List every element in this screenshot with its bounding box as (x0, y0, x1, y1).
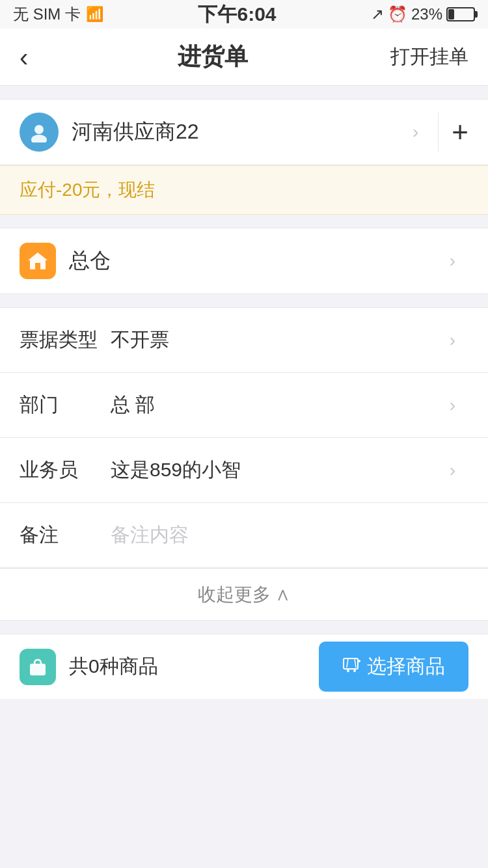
svg-rect-5 (30, 664, 46, 675)
gap2 (0, 215, 488, 228)
svg-point-1 (31, 135, 47, 142)
svg-line-8 (355, 658, 356, 668)
open-pending-button[interactable]: 打开挂单 (390, 44, 468, 70)
department-value: 总 部 (98, 392, 450, 418)
supplier-row[interactable]: 河南供应商22 › + (0, 100, 488, 165)
svg-marker-2 (28, 252, 47, 260)
status-right: ↗ ⏰ 23% (371, 5, 475, 23)
svg-point-10 (353, 670, 356, 672)
status-bar: 无 SIM 卡 📶 下午6:04 ↗ ⏰ 23% (0, 0, 488, 29)
status-time: 下午6:04 (198, 1, 276, 28)
status-left: 无 SIM 卡 📶 (13, 4, 103, 25)
collapse-label: 收起更多 ∧ (198, 582, 291, 607)
user-icon (29, 122, 49, 142)
svg-rect-4 (35, 263, 40, 269)
product-count-label: 共0种商品 (69, 653, 319, 680)
warehouse-section: 总仓 › (0, 228, 488, 294)
battery-percent: 23% (411, 5, 442, 23)
collapse-button[interactable]: 收起更多 ∧ (0, 568, 488, 620)
salesperson-label: 业务员 (20, 457, 98, 483)
alarm-icon: ⏰ (388, 5, 407, 23)
warehouse-chevron-icon: › (450, 251, 455, 271)
wifi-icon: 📶 (86, 6, 103, 23)
form-section: 票据类型 不开票 › 部门 总 部 › 业务员 这是859的小智 › 备注 备注… (0, 307, 488, 621)
select-product-button[interactable]: 选择商品 (319, 642, 468, 692)
invoice-type-label: 票据类型 (20, 327, 98, 353)
cart-svg (342, 656, 360, 673)
nav-bar: ‹ 进货单 打开挂单 (0, 29, 488, 86)
cart-icon (342, 656, 360, 677)
notice-banner: 应付-20元，现结 (0, 165, 488, 215)
invoice-type-row[interactable]: 票据类型 不开票 › (0, 308, 488, 373)
salesperson-chevron-icon: › (450, 460, 455, 481)
gap3 (0, 294, 488, 307)
house-icon (27, 251, 49, 271)
remarks-input[interactable]: 备注内容 (98, 522, 468, 549)
warehouse-icon (20, 243, 56, 279)
warehouse-row[interactable]: 总仓 › (0, 228, 488, 293)
remarks-label: 备注 (20, 522, 98, 549)
product-bar: 共0种商品 选择商品 (0, 634, 488, 699)
svg-line-7 (347, 658, 348, 668)
department-chevron-icon: › (450, 395, 455, 416)
invoice-type-value: 不开票 (98, 327, 450, 353)
divider (438, 113, 439, 152)
supplier-chevron-icon: › (413, 122, 418, 142)
location-icon: ↗ (371, 5, 384, 23)
department-label: 部门 (20, 392, 98, 418)
supplier-section: 河南供应商22 › + (0, 99, 488, 165)
gap1 (0, 86, 488, 99)
supplier-avatar (20, 113, 59, 152)
carrier-label: 无 SIM 卡 (13, 4, 81, 25)
bottom-fill (0, 699, 488, 868)
notice-text: 应付-20元，现结 (20, 180, 155, 200)
svg-point-9 (347, 670, 349, 672)
remarks-row[interactable]: 备注 备注内容 (0, 503, 488, 568)
bag-icon (27, 657, 49, 677)
department-row[interactable]: 部门 总 部 › (0, 373, 488, 438)
back-button[interactable]: ‹ (20, 38, 34, 77)
salesperson-value: 这是859的小智 (98, 457, 450, 483)
svg-point-0 (34, 125, 44, 134)
supplier-name: 河南供应商22 (72, 118, 413, 146)
warehouse-name: 总仓 (69, 247, 450, 275)
page-title: 进货单 (178, 41, 248, 73)
salesperson-row[interactable]: 业务员 这是859的小智 › (0, 438, 488, 503)
invoice-type-chevron-icon: › (450, 330, 455, 351)
product-icon (20, 649, 56, 685)
add-supplier-button[interactable]: + (452, 118, 468, 146)
battery-icon (446, 7, 475, 21)
select-product-label: 选择商品 (367, 653, 445, 680)
